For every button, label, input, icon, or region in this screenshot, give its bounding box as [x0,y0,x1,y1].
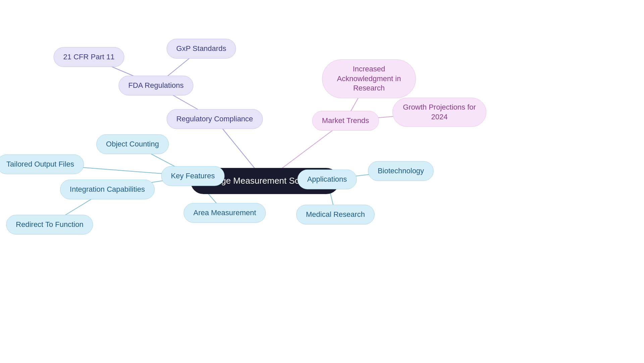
key-features-node: Key Features [161,166,225,186]
tailored-output-node: Tailored Output Files [0,155,84,174]
integration-capabilities-node: Integration Capabilities [60,180,155,199]
cfr-part11-node: 21 CFR Part 11 [54,47,124,67]
biotechnology-node: Biotechnology [368,161,434,181]
applications-node: Applications [298,170,357,189]
fda-regulations-node: FDA Regulations [118,76,193,96]
gxp-standards-node: GxP Standards [167,39,236,59]
growth-projections-node: Growth Projections for 2024 [392,98,486,127]
redirect-function-node: Redirect To Function [6,215,93,235]
area-measurement-node: Area Measurement [183,203,266,223]
increased-acknowledgment-node: Increased Acknowledgment in Research [322,59,416,98]
object-counting-node: Object Counting [96,134,169,154]
medical-research-node: Medical Research [296,205,375,225]
market-trends-node: Market Trends [312,111,379,131]
regulatory-compliance-node: Regulatory Compliance [167,109,263,129]
